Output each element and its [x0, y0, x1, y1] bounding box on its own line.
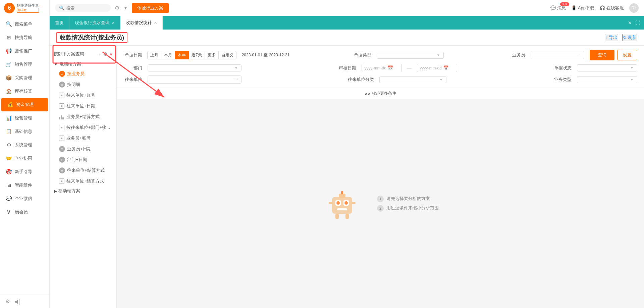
calendar-icon: 📅 — [388, 65, 393, 70]
trial-button[interactable]: 体验行业方案 — [132, 3, 169, 13]
tabs-bar: 首页 现金银行流水查询 ✕ 收款情况统计 ✕ ✕ ⛶ — [50, 16, 644, 30]
sidebar-item-member[interactable]: V 畅会员 — [0, 205, 49, 219]
more-options-icon[interactable]: ··· — [577, 53, 581, 57]
sidebar-item-cooperation[interactable]: 🤝 企业协同 — [0, 152, 49, 165]
collapse-footer-icon[interactable]: ◀‖ — [14, 298, 21, 305]
window-max-icon[interactable]: ⛶ — [635, 20, 640, 25]
tab-home[interactable]: 首页 — [50, 16, 69, 30]
search-input[interactable] — [66, 6, 107, 10]
app-download-button[interactable]: 📱 App下载 — [571, 5, 594, 11]
service-button[interactable]: 🎧 在线客服 — [600, 5, 624, 11]
biz-type-select[interactable]: ▼ — [577, 76, 637, 83]
sidebar-item-label: 经营管理 — [15, 115, 32, 121]
partner-more-icon[interactable]: ··· — [234, 77, 238, 82]
scheme-item-label: 往来单位+结算方式 — [67, 167, 105, 173]
cooperation-icon: 🤝 — [5, 155, 12, 162]
collapse-bar[interactable]: ∧∧ 收起更多条件 — [117, 88, 644, 99]
tip-text-2: 用过滤条件来缩小分析范围 — [386, 205, 439, 211]
sidebar-item-smart-hw[interactable]: 🖥 智能硬件 — [0, 178, 49, 192]
purchase-icon: 📦 — [5, 74, 12, 81]
tab-bank-flow[interactable]: 现金银行流水查询 ✕ — [69, 16, 120, 30]
scheme-item-salesman-date[interactable]: ⊙ 业务员+日期 — [50, 144, 116, 154]
user-avatar[interactable]: Rit — [629, 3, 639, 13]
export-button[interactable]: ↑ 导出 — [605, 34, 619, 41]
date-tab-more[interactable]: 更多 — [205, 51, 219, 59]
tip-number-2: 2 — [377, 205, 384, 212]
scheme-item-dept-date[interactable]: ⊙ 部门+日期 — [50, 154, 116, 165]
detail-icon: ≡ — [59, 82, 65, 88]
chevron-right-icon: ▶ — [54, 189, 57, 194]
window-close-icon[interactable]: ✕ — [628, 20, 632, 25]
scheme-item-label: 部门+日期 — [67, 157, 87, 163]
scheme-item-salesman-settlement[interactable]: 业务员+结算方式 — [50, 111, 116, 122]
sidebar-item-basic-info[interactable]: 📋 基础信息 — [0, 125, 49, 138]
salesman-select[interactable]: ··· — [531, 51, 584, 59]
gear-icon[interactable]: ⚙ — [115, 5, 119, 11]
sidebar-item-label: 销售管理 — [15, 61, 32, 67]
sidebar-item-guide[interactable]: 🎯 新手引导 — [0, 165, 49, 178]
settings-button[interactable]: 设置 — [617, 50, 637, 60]
date-tab-last-month[interactable]: 上月 — [147, 51, 161, 59]
guide-icon: 🎯 — [5, 168, 12, 175]
scheme-item-by-detail[interactable]: ≡ 按明细 — [50, 79, 116, 90]
tab-bank-flow-close[interactable]: ✕ — [112, 21, 115, 25]
sales-icon: 🛒 — [5, 61, 12, 68]
date-tab-custom[interactable]: 自定义 — [218, 51, 236, 59]
sidebar-item-label: 新手引导 — [15, 169, 32, 175]
sidebar-item-label: 系统管理 — [15, 142, 32, 148]
message-badge: 99+ — [560, 2, 569, 6]
scheme-item-partner-settlement1[interactable]: ≡ 往来单位+结算方式 — [50, 165, 116, 176]
scheme-item-salesman-account[interactable]: ■ 业务员+账号 — [50, 133, 116, 144]
sidebar-item-system[interactable]: ⚙ 系统管理 — [0, 138, 49, 152]
partner-category-select[interactable]: ▼ — [379, 76, 446, 83]
bill-status-select[interactable]: ▼ — [577, 64, 637, 71]
salesman-label: 业务员 — [506, 52, 525, 58]
panel-add-icon[interactable]: + — [99, 51, 101, 57]
refresh-button[interactable]: ↻ 刷新 — [622, 34, 637, 41]
topbar-search[interactable]: 🔍 — [55, 4, 111, 12]
tab-receipt-stats[interactable]: 收款情况统计 ✕ — [120, 16, 163, 30]
scheme-item-partner-account[interactable]: ■ 往来单位+账号 — [50, 90, 116, 101]
scheme-group-desktop: ▼ 电脑端方案 人 按业务员 ≡ 按明细 ■ 往来单位+账号 — [50, 60, 116, 187]
query-button[interactable]: 查询 — [590, 50, 614, 60]
bill-status-chevron-icon: ▼ — [630, 66, 634, 70]
sidebar-item-operation[interactable]: 📊 经营管理 — [0, 111, 49, 125]
panel-collapse-icon[interactable]: « — [110, 51, 112, 57]
date-tab-7days[interactable]: 近7天 — [189, 51, 205, 59]
tab-receipt-stats-close[interactable]: ✕ — [154, 21, 157, 25]
svg-rect-7 — [341, 191, 343, 194]
scheme-item-partner-date[interactable]: ■ 往来单位+日期 — [50, 101, 116, 111]
settings-footer-icon[interactable]: ⚙ — [5, 298, 10, 305]
panel-settings-icon[interactable]: ⚙ — [103, 51, 108, 57]
scheme-item-partner-dept-receipt[interactable]: ■ 按往来单位+部门+收... — [50, 122, 116, 133]
scheme-item-label: 按往来单位+部门+收... — [66, 124, 110, 131]
sidebar-item-quick-nav[interactable]: ⊞ 快捷导航 — [0, 31, 49, 44]
dept-receipt-icon: ■ — [59, 125, 64, 130]
audit-start-field[interactable]: yyyy-mm-dd 📅 — [362, 64, 402, 72]
tab-home-label: 首页 — [55, 20, 64, 26]
date-tab-this-year[interactable]: 本年 — [175, 51, 189, 59]
audit-end-placeholder: yyyy-mm-dd — [420, 66, 442, 70]
partner-select[interactable]: ··· — [148, 75, 241, 84]
sidebar-item-label: 快捷导航 — [15, 35, 32, 41]
sidebar-item-inventory[interactable]: 🏠 库存核算 — [0, 85, 49, 98]
date-tab-this-month[interactable]: 本月 — [161, 51, 175, 59]
message-button[interactable]: 💬 消息 99+ — [550, 5, 566, 11]
scheme-item-by-salesman[interactable]: 人 按业务员 — [50, 68, 116, 79]
sidebar-item-purchase[interactable]: 📦 采购管理 — [0, 71, 49, 85]
sidebar-item-finance[interactable]: 💰 资金管理 — [1, 98, 48, 111]
audit-end-field[interactable]: yyyy-mm-dd 📅 — [417, 64, 457, 72]
sidebar-item-wechat[interactable]: 💬 企业微信 — [0, 192, 49, 205]
sidebar-item-search-menu[interactable]: 🔍 搜索菜单 — [0, 17, 49, 31]
scheme-item-partner-settlement2[interactable]: ■ 往来单位+结算方式 — [50, 176, 116, 187]
bill-type-select[interactable]: ▼ — [377, 52, 444, 59]
sidebar-item-marketing[interactable]: 📢 营销推广 — [0, 44, 49, 58]
dept-select[interactable]: ▼ — [148, 64, 241, 71]
sidebar-item-sales[interactable]: 🛒 销售管理 — [0, 58, 49, 71]
scheme-group-desktop-title[interactable]: ▼ 电脑端方案 — [50, 60, 116, 68]
scheme-group-mobile: ▶ 移动端方案 — [50, 187, 116, 195]
date-range: 2023-01-01 至 2023-12-31 — [242, 52, 290, 58]
sidebar-item-label: 资金管理 — [16, 102, 34, 108]
scheme-group-mobile-title[interactable]: ▶ 移动端方案 — [50, 187, 116, 195]
dept-chevron-icon: ▼ — [234, 66, 238, 70]
